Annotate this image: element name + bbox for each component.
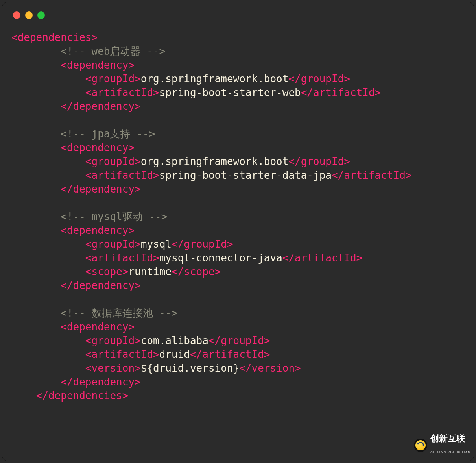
tag-artifactid-open: <artifactId> — [85, 252, 159, 264]
tag-dependencies-open: <dependencies> — [11, 31, 98, 43]
tag-dependency-close: </dependency> — [61, 280, 141, 291]
tag-artifactid-close: </artifactId> — [282, 252, 363, 264]
tag-dependency-close: </dependency> — [61, 376, 141, 388]
groupid-value: org.springframework.boot — [141, 73, 289, 85]
version-value: ${druid.version} — [141, 362, 239, 374]
tag-version-open: <version> — [85, 362, 141, 374]
minimize-icon[interactable] — [25, 11, 33, 19]
artifactid-value: mysql-connector-java — [159, 252, 282, 264]
comment-mysql: <!-- mysql驱动 --> — [61, 211, 167, 222]
tag-groupid-close: </groupId> — [172, 238, 233, 250]
maximize-icon[interactable] — [37, 11, 45, 19]
artifactid-value: druid — [159, 348, 190, 360]
scope-value: runtime — [128, 266, 172, 278]
tag-groupid-close: </groupId> — [288, 156, 350, 167]
code-window: <dependencies> <!-- web启动器 --> <dependen… — [2, 2, 474, 461]
comment-pool: <!-- 数据库连接池 --> — [61, 307, 177, 319]
comment-jpa: <!-- jpa支持 --> — [61, 128, 155, 140]
tag-version-close: </version> — [239, 362, 301, 374]
groupid-value: mysql — [141, 238, 172, 250]
window-titlebar — [2, 2, 474, 23]
code-block: <dependencies> <!-- web启动器 --> <dependen… — [2, 23, 474, 412]
tag-groupid-open: <groupId> — [85, 238, 141, 250]
tag-groupid-close: </groupId> — [288, 73, 350, 85]
tag-dependency-open: <dependency> — [61, 321, 135, 333]
tag-dependency-close: </dependency> — [61, 183, 141, 195]
tag-dependency-close: </dependency> — [61, 100, 141, 112]
tag-groupid-close: </groupId> — [208, 335, 270, 346]
tag-dependency-open: <dependency> — [61, 59, 135, 71]
tag-groupid-open: <groupId> — [85, 73, 141, 85]
tag-scope-open: <scope> — [85, 266, 129, 278]
tag-dependency-open: <dependency> — [61, 142, 135, 154]
tag-artifactid-close: </artifactId> — [301, 87, 381, 98]
tag-artifactid-close: </artifactId> — [332, 169, 412, 181]
artifactid-value: spring-boot-starter-web — [159, 87, 301, 98]
watermark-logo: 创新互联 CHUANG XIN HU LIAN — [414, 432, 470, 459]
logo-main: 创新互联 — [430, 433, 465, 443]
logo-icon — [414, 439, 427, 452]
comment-web: <!-- web启动器 --> — [61, 45, 165, 57]
tag-groupid-open: <groupId> — [85, 156, 141, 167]
tag-artifactid-open: <artifactId> — [85, 87, 159, 98]
groupid-value: com.alibaba — [141, 335, 208, 346]
tag-groupid-open: <groupId> — [85, 335, 141, 346]
tag-dependencies-close: </dependencies> — [36, 390, 129, 402]
close-icon[interactable] — [13, 11, 20, 19]
tag-artifactid-close: </artifactId> — [190, 348, 270, 360]
logo-sub: CHUANG XIN HU LIAN — [430, 445, 470, 459]
groupid-value: org.springframework.boot — [141, 156, 289, 167]
logo-text: 创新互联 CHUANG XIN HU LIAN — [430, 432, 470, 459]
artifactid-value: spring-boot-starter-data-jpa — [159, 169, 332, 181]
tag-artifactid-open: <artifactId> — [85, 348, 159, 360]
tag-artifactid-open: <artifactId> — [85, 169, 159, 181]
tag-scope-close: </scope> — [172, 266, 221, 278]
tag-dependency-open: <dependency> — [61, 224, 135, 236]
